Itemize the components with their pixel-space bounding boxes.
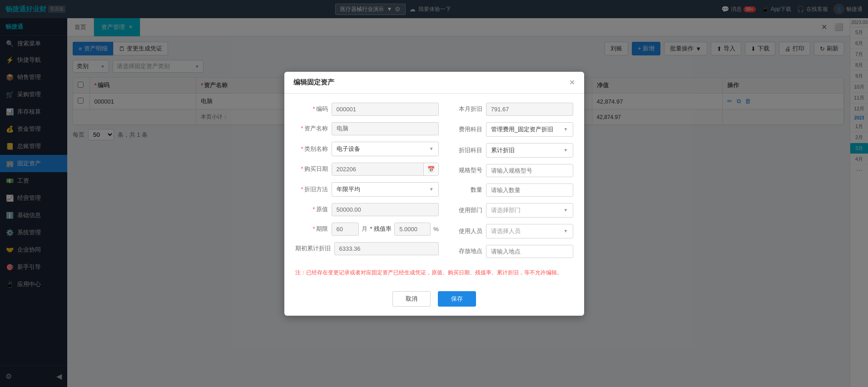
code-input[interactable] (332, 103, 439, 116)
field-period-residual: *期限 月 * 残值率 % (295, 223, 439, 236)
field-quantity: 数量 (450, 184, 573, 197)
dialog-close-btn[interactable]: ✕ (569, 78, 575, 87)
calendar-icon[interactable]: 📅 (423, 163, 438, 175)
department-chevron: ▼ (564, 208, 568, 213)
dep-method-select[interactable]: 年限平均 ▼ (332, 182, 439, 197)
period-group: 月 * 残值率 % (332, 223, 439, 236)
field-expense-subject: 费用科目 管理费用_固定资产折旧 ▼ (450, 122, 573, 137)
asset-name-input[interactable] (332, 122, 439, 135)
initial-dep-input[interactable] (334, 242, 439, 255)
modal-overlay: 编辑固定资产 ✕ *编码 *资产名称 (0, 0, 868, 387)
edit-asset-dialog: 编辑固定资产 ✕ *编码 *资产名称 (284, 72, 584, 316)
field-dep-subject: 折旧科目 累计折旧 ▼ (450, 143, 573, 158)
field-dep-method: *折旧方法 年限平均 ▼ (295, 182, 439, 197)
dialog-title: 编辑固定资产 (293, 78, 334, 87)
residual-rate-input[interactable] (394, 223, 431, 236)
category-select-chevron: ▼ (429, 146, 434, 151)
expense-subject-chevron: ▼ (564, 127, 568, 132)
period-input[interactable] (332, 223, 359, 236)
field-category: *类别名称 电子设备 ▼ (295, 142, 439, 156)
field-initial-dep: 期初累计折旧 (295, 242, 439, 255)
field-original-value: *原值 (295, 203, 439, 216)
save-button[interactable]: 保存 (438, 291, 476, 307)
dialog-header: 编辑固定资产 ✕ (284, 72, 584, 94)
expense-subject-select[interactable]: 管理费用_固定资产折旧 ▼ (486, 122, 573, 137)
dialog-footer: 取消 保存 (284, 286, 584, 316)
field-asset-name: *资产名称 (295, 122, 439, 135)
spec-model-input[interactable] (486, 164, 573, 177)
department-select[interactable]: 请选择部门 ▼ (486, 203, 573, 218)
category-select[interactable]: 电子设备 ▼ (332, 142, 439, 156)
cancel-button[interactable]: 取消 (392, 291, 431, 307)
dialog-body: *编码 *资产名称 *类别名称 电子设备 ▼ (284, 94, 584, 286)
month-dep-input (486, 103, 573, 116)
quantity-input[interactable] (486, 184, 573, 197)
field-location: 存放地点 (450, 245, 573, 258)
field-month-dep: 本月折旧 (450, 103, 573, 116)
person-chevron: ▼ (564, 228, 568, 233)
dep-subject-select[interactable]: 累计折旧 ▼ (486, 143, 573, 158)
field-code: *编码 (295, 103, 439, 116)
person-select[interactable]: 请选择人员 ▼ (486, 224, 573, 238)
field-department: 使用部门 请选择部门 ▼ (450, 203, 573, 218)
dep-method-chevron: ▼ (429, 187, 434, 192)
dep-subject-chevron: ▼ (564, 148, 568, 153)
field-purchase-date: *购买日期 📅 (295, 163, 439, 176)
dialog-note: 注：已经存在变更记录或者对应固定资产已经生成凭证，原值、购买日期、残值率、累计折… (295, 264, 573, 277)
field-spec-model: 规格型号 (450, 164, 573, 177)
location-input[interactable] (486, 245, 573, 258)
purchase-date-input[interactable] (332, 163, 423, 175)
original-value-input[interactable] (332, 203, 439, 216)
purchase-date-input-wrap: 📅 (332, 163, 439, 176)
field-person: 使用人员 请选择人员 ▼ (450, 224, 573, 238)
